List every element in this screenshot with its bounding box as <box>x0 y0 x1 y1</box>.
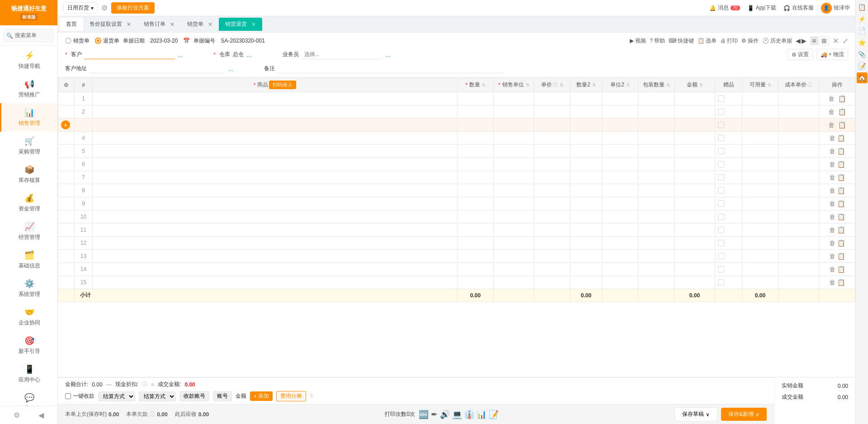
row-qty-2[interactable] <box>458 105 494 119</box>
rt-paperclip-button[interactable]: 📎 <box>857 49 868 60</box>
notification-button[interactable]: 🔔 消息 70 <box>709 4 740 12</box>
setup-button[interactable]: ⚙ 设置 <box>788 49 813 60</box>
tab-price-settings[interactable]: 售价提取设置 ✕ <box>83 18 137 31</box>
collapse-sidebar-button[interactable]: ◀ <box>38 411 44 419</box>
cost-info-icon[interactable]: ⓘ <box>807 81 812 88</box>
delete-row-10-button[interactable]: 🗑 <box>828 212 836 221</box>
sidebar-item-appstore[interactable]: 📱 应用中心 <box>0 360 57 388</box>
row-pack-1[interactable] <box>638 92 675 105</box>
settings-gear-icon[interactable]: ⚙ <box>101 4 108 12</box>
salesperson-input[interactable] <box>302 50 383 59</box>
row-qty2-1[interactable] <box>571 92 602 105</box>
trial-button[interactable]: 体验行业方案 <box>111 2 155 14</box>
row-qty2-3[interactable] <box>571 119 602 132</box>
avail-sort-icon[interactable]: ⇅ <box>768 82 771 87</box>
copy-row-4-button[interactable]: 📋 <box>836 133 846 143</box>
rt-note-button[interactable]: 📝 <box>857 61 868 71</box>
sidebar-item-finance[interactable]: 💰 资金管理 <box>0 189 57 217</box>
account-method-select[interactable]: 结算方式 <box>139 391 176 401</box>
copy-row-6-button[interactable]: 📋 <box>836 160 846 169</box>
row-cost-2[interactable] <box>778 105 819 119</box>
help-button[interactable]: ? 帮助 <box>650 37 665 45</box>
row-unit2-2[interactable] <box>602 105 638 119</box>
rt-home-button[interactable]: 🏠 <box>857 72 868 83</box>
user-menu[interactable]: 👤 徐泽华 <box>821 3 850 14</box>
sidebar-item-guide[interactable]: 🎯 新手引导 <box>0 331 57 360</box>
copy-row-13-button[interactable]: 📋 <box>836 252 846 261</box>
fee-split-button[interactable]: 费用分摊 <box>276 391 306 401</box>
account-lookup-button[interactable]: 收款账号 <box>179 391 209 401</box>
qty2-sort-icon[interactable]: ⇅ <box>592 82 596 87</box>
sidebar-item-enterprise[interactable]: 🤝 企业协同 <box>0 303 57 331</box>
row-unit2-1[interactable] <box>602 92 638 105</box>
row-avail-3[interactable] <box>742 119 778 132</box>
price-info-icon[interactable]: ⓘ <box>553 81 558 88</box>
row-goods-3[interactable] <box>93 119 458 132</box>
gift-checkbox-11[interactable] <box>718 227 724 233</box>
row-unit2-3[interactable] <box>602 119 638 132</box>
delete-row-2-button[interactable]: 🗑 <box>827 107 835 116</box>
discount-info-icon[interactable]: ⓘ <box>142 381 147 388</box>
delete-row-14-button[interactable]: 🗑 <box>828 265 836 274</box>
delete-row-3-button[interactable]: 🗑 <box>827 120 835 129</box>
price-sort-icon[interactable]: ⇅ <box>560 82 563 87</box>
gift-checkbox-2[interactable] <box>718 109 724 115</box>
row-gift-1[interactable] <box>715 92 742 105</box>
row-price-2[interactable] <box>534 105 571 119</box>
sidebar-item-purchase[interactable]: 🛒 采购管理 <box>0 132 57 160</box>
tab-price-settings-close[interactable]: ✕ <box>127 21 131 28</box>
gift-checkbox-10[interactable] <box>718 214 724 220</box>
sidebar-item-operation[interactable]: 📈 经营管理 <box>0 217 57 246</box>
note-input[interactable] <box>278 64 504 73</box>
close-window-button[interactable]: ✕ <box>833 37 839 45</box>
fee-split-help-icon[interactable]: ? <box>310 393 313 400</box>
rt-document-button[interactable]: 📄 <box>857 25 868 36</box>
copy-row-12-button[interactable]: 📋 <box>836 238 846 248</box>
delete-row-4-button[interactable]: 🗑 <box>828 133 836 143</box>
search-menu-button[interactable]: 🔍 搜索菜单 <box>4 29 54 42</box>
delete-row-13-button[interactable]: 🗑 <box>828 252 836 261</box>
gear-icon[interactable]: ⚙ <box>64 82 69 88</box>
sidebar-item-marketing[interactable]: 📢 营销推广 <box>0 75 57 103</box>
customer-input[interactable] <box>85 50 175 59</box>
salesperson-lookup-button[interactable]: ... <box>386 51 391 58</box>
save-draft-button[interactable]: 保存草稿 ∨ <box>675 407 717 421</box>
row-gift-3[interactable] <box>715 119 742 132</box>
tab-sales-order[interactable]: 销售订单 ✕ <box>137 18 181 31</box>
delete-row-5-button[interactable]: 🗑 <box>828 147 836 156</box>
delete-row-6-button[interactable]: 🗑 <box>828 160 836 169</box>
row-amount-3[interactable] <box>675 119 715 132</box>
list-view-button[interactable]: ≡ <box>810 36 818 45</box>
tab-sales-return-close[interactable]: ✕ <box>251 21 256 28</box>
gift-checkbox-4[interactable] <box>718 135 724 141</box>
row-price-1[interactable] <box>534 92 571 105</box>
copy-row-10-button[interactable]: 📋 <box>836 212 846 221</box>
calc-method-select[interactable]: 结算方式 <box>98 391 135 401</box>
row-amount-1[interactable] <box>675 92 715 105</box>
gift-checkbox-1[interactable] <box>718 95 724 102</box>
add-payment-button[interactable]: + 添加 <box>250 391 273 401</box>
tab-sales-order-close[interactable]: ✕ <box>170 21 175 28</box>
unit-sort-icon[interactable]: ⇅ <box>526 82 529 87</box>
app-download-button[interactable]: 📱 App下载 <box>747 4 776 12</box>
gift-checkbox-8[interactable] <box>718 187 724 194</box>
goods-input-3[interactable] <box>95 122 454 129</box>
row-qty2-2[interactable] <box>571 105 602 119</box>
row-avail-1[interactable] <box>742 92 778 105</box>
debt-help-icon[interactable]: ⓘ <box>150 410 155 418</box>
save-new-button[interactable]: 保存&新增 ∨ <box>721 408 767 421</box>
copy-row-8-button[interactable]: 📋 <box>836 186 846 195</box>
copy-row-3-button[interactable]: 📋 <box>837 120 847 129</box>
row-cost-1[interactable] <box>778 92 819 105</box>
delete-row-9-button[interactable]: 🗑 <box>828 199 836 208</box>
row-unit-3[interactable] <box>494 119 534 132</box>
operations-button[interactable]: ⚙ 操作 <box>741 37 759 45</box>
copy-row-2-button[interactable]: 📋 <box>837 107 847 116</box>
amount-sort-icon[interactable]: ⇅ <box>699 82 703 87</box>
address-lookup-button[interactable]: ... <box>228 65 233 72</box>
row-avail-2[interactable] <box>742 105 778 119</box>
sidebar-item-shortcut[interactable]: ⚡ 快捷导航 <box>0 46 57 75</box>
copy-row-7-button[interactable]: 📋 <box>836 173 846 182</box>
row-goods-1[interactable] <box>93 92 458 105</box>
sidebar-item-sales[interactable]: 📊 销售管理 <box>0 103 57 132</box>
